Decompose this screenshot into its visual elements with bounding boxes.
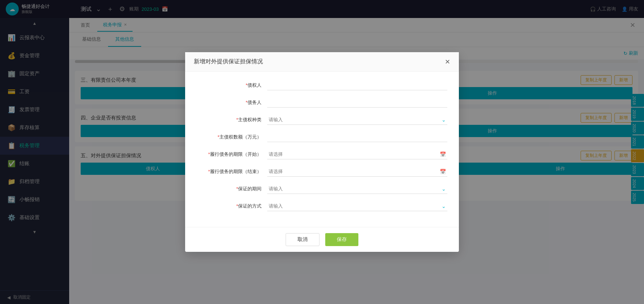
label-creditor: *债权人 <box>197 82 261 89</box>
select-wrapper-guarantee-period: ⌄ <box>267 184 447 194</box>
calendar-start-icon[interactable]: 📅 <box>438 151 447 157</box>
calendar-end-icon[interactable]: 📅 <box>438 169 447 174</box>
modal-add-guarantee: 新增对外提供保证担保情况 ✕ *债权人 *债务人 * <box>185 52 459 252</box>
label-period-end: *履行债务的期限（结束） <box>197 168 261 175</box>
input-guarantee-period[interactable] <box>267 184 440 194</box>
save-button[interactable]: 保存 <box>325 233 358 246</box>
date-wrapper-period-end: 📅 <box>267 167 447 177</box>
label-guarantee-period: *保证的期间 <box>197 186 261 192</box>
label-guarantee-method: *保证的方式 <box>197 203 261 209</box>
label-debt-amount: *主债权数额（万元） <box>197 134 261 140</box>
label-debtor: *债务人 <box>197 99 261 106</box>
select-wrapper-guarantee-method: ⌄ <box>267 201 447 211</box>
input-creditor[interactable] <box>267 80 447 90</box>
modal-body: *债权人 *债务人 *主债权种类 ⌄ <box>185 72 459 227</box>
form-row-period-start: *履行债务的期限（开始） 📅 <box>197 149 447 159</box>
modal-header: 新增对外提供保证担保情况 ✕ <box>185 52 459 72</box>
input-period-end[interactable] <box>267 167 438 176</box>
label-period-start: *履行债务的期限（开始） <box>197 151 261 158</box>
modal-close-btn[interactable]: ✕ <box>445 59 450 65</box>
chevron-guarantee-method[interactable]: ⌄ <box>440 203 447 209</box>
form-row-debtor: *债务人 <box>197 97 447 108</box>
chevron-debt-type[interactable]: ⌄ <box>440 117 447 123</box>
form-row-guarantee-period: *保证的期间 ⌄ <box>197 184 447 194</box>
input-debt-type[interactable] <box>267 115 440 124</box>
input-guarantee-method[interactable] <box>267 201 440 211</box>
select-wrapper-debt-type: ⌄ <box>267 115 447 125</box>
date-wrapper-period-start: 📅 <box>267 149 447 159</box>
input-debtor[interactable] <box>267 97 447 108</box>
cancel-button[interactable]: 取消 <box>286 233 319 246</box>
input-period-start[interactable] <box>267 149 438 159</box>
modal-overlay: 新增对外提供保证担保情况 ✕ *债权人 *债务人 * <box>0 0 644 304</box>
form-row-debt-amount: *主债权数额（万元） <box>197 132 447 142</box>
modal-title: 新增对外提供保证担保情况 <box>194 58 263 65</box>
form-row-guarantee-method: *保证的方式 ⌄ <box>197 201 447 211</box>
modal-footer: 取消 保存 <box>185 227 459 252</box>
chevron-guarantee-period[interactable]: ⌄ <box>440 186 447 192</box>
input-debt-amount[interactable] <box>267 132 447 142</box>
form-row-creditor: *债权人 <box>197 80 447 90</box>
form-row-debt-type: *主债权种类 ⌄ <box>197 115 447 125</box>
form-row-period-end: *履行债务的期限（结束） 📅 <box>197 167 447 177</box>
label-debt-type: *主债权种类 <box>197 117 261 123</box>
